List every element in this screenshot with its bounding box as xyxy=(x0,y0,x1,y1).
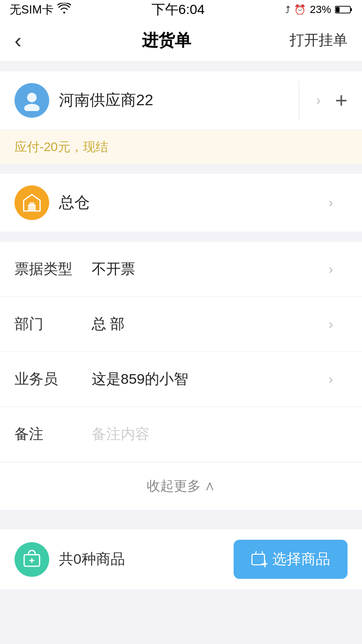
page-title: 进货单 xyxy=(142,29,191,52)
alarm-icon: ⏰ xyxy=(294,4,306,15)
product-icon xyxy=(14,542,49,577)
warehouse-row[interactable]: 总仓 › xyxy=(0,174,362,232)
bill-type-label: 票据类型 xyxy=(14,259,82,279)
supplier-divider xyxy=(299,81,299,120)
supplier-row[interactable]: 河南供应商22 › + xyxy=(0,71,362,130)
section-gap-4 xyxy=(0,510,362,519)
salesperson-label: 业务员 xyxy=(14,369,82,389)
status-bar: 无SIM卡 下午6:04 ⤴ ⏰ 23% xyxy=(0,0,362,19)
notice-text: 应付-20元，现结 xyxy=(14,140,108,154)
status-right: ⤴ ⏰ 23% xyxy=(285,3,352,16)
carrier-text: 无SIM卡 xyxy=(10,2,54,17)
svg-rect-1 xyxy=(350,8,352,11)
select-goods-button[interactable]: 选择商品 xyxy=(234,540,348,579)
back-button[interactable]: ‹ xyxy=(14,28,43,53)
status-time: 下午6:04 xyxy=(152,0,205,19)
svg-point-3 xyxy=(27,93,37,102)
supplier-name: 河南供应商22 xyxy=(59,90,316,111)
select-goods-label: 选择商品 xyxy=(272,549,330,569)
warehouse-section: 总仓 › xyxy=(0,174,362,232)
form-section: 票据类型 不开票 › 部门 总 部 › 业务员 这是859的小智 › 备注 备注… xyxy=(0,242,362,510)
svg-rect-10 xyxy=(252,554,265,565)
notice-bar: 应付-20元，现结 xyxy=(0,130,362,164)
supplier-section: 河南供应商22 › + 应付-20元，现结 xyxy=(0,71,362,164)
department-value: 总 部 xyxy=(82,314,329,334)
warehouse-name: 总仓 xyxy=(59,192,329,213)
product-bar: 共0种商品 选择商品 xyxy=(0,529,362,589)
warehouse-chevron-icon: › xyxy=(329,195,333,210)
bill-type-row[interactable]: 票据类型 不开票 › xyxy=(0,242,362,297)
wifi-icon xyxy=(57,3,71,16)
location-icon: ⤴ xyxy=(285,4,290,15)
department-chevron-icon: › xyxy=(329,317,333,332)
department-label: 部门 xyxy=(14,314,82,334)
warehouse-icon xyxy=(14,185,49,220)
svg-rect-2 xyxy=(336,7,340,13)
department-row[interactable]: 部门 总 部 › xyxy=(0,297,362,352)
salesperson-row[interactable]: 业务员 这是859的小智 › xyxy=(0,352,362,407)
salesperson-chevron-icon: › xyxy=(329,372,333,387)
section-gap-3 xyxy=(0,232,362,242)
note-label: 备注 xyxy=(14,424,82,444)
battery-icon xyxy=(335,5,352,14)
note-row[interactable]: 备注 备注内容 xyxy=(0,407,362,462)
add-supplier-button[interactable]: + xyxy=(335,90,348,111)
svg-point-4 xyxy=(24,104,40,111)
salesperson-value: 这是859的小智 xyxy=(82,369,329,389)
collapse-text: 收起更多 ∧ xyxy=(147,477,216,495)
battery-text: 23% xyxy=(310,3,331,16)
status-left: 无SIM卡 xyxy=(10,2,71,17)
supplier-avatar xyxy=(14,83,49,118)
product-count: 共0种商品 xyxy=(59,549,234,569)
section-gap-2 xyxy=(0,164,362,174)
bill-type-chevron-icon: › xyxy=(329,262,333,277)
supplier-chevron-icon: › xyxy=(316,93,320,108)
nav-bar: ‹ 进货单 打开挂单 xyxy=(0,19,362,62)
note-input[interactable]: 备注内容 xyxy=(82,424,348,444)
open-pending-button[interactable]: 打开挂单 xyxy=(290,30,348,50)
bill-type-value: 不开票 xyxy=(82,259,329,279)
svg-rect-6 xyxy=(29,202,34,206)
section-gap-1 xyxy=(0,62,362,71)
collapse-bar[interactable]: 收起更多 ∧ xyxy=(0,462,362,510)
page-bottom xyxy=(0,589,362,644)
